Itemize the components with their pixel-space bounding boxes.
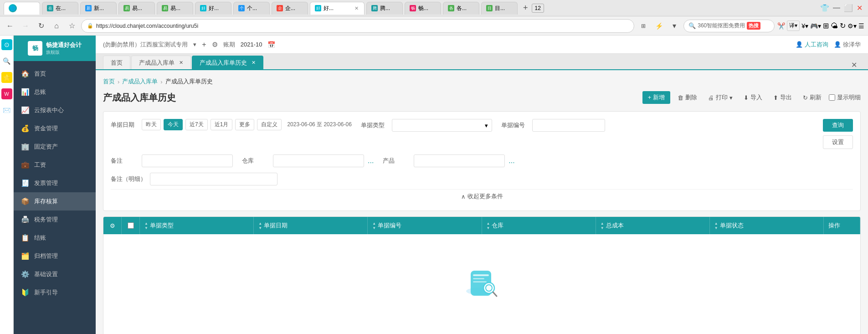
ai-consult-button[interactable]: 👤 人工咨询: [796, 41, 828, 49]
th-checkbox[interactable]: [122, 217, 140, 234]
sidebar-item-inventory[interactable]: 📦 库存核算: [14, 192, 96, 211]
tab-qi[interactable]: 企 企...: [272, 2, 308, 15]
th-date[interactable]: ▲ ▼ 单据日期: [254, 217, 368, 234]
warehouse-dots-button[interactable]: ...: [368, 157, 374, 165]
breadcrumb-home[interactable]: 首页: [103, 77, 115, 86]
extensions-button[interactable]: ⊞: [637, 20, 650, 32]
game-icon[interactable]: 🎮▾: [810, 22, 821, 30]
sidebar-item-archive[interactable]: 🗂️ 归档管理: [14, 247, 96, 265]
page-tab-list-close[interactable]: ✕: [179, 60, 183, 66]
tab-yi1[interactable]: 易 易...: [118, 2, 155, 15]
th-warehouse[interactable]: ▲ ▼ 仓库: [482, 217, 596, 234]
page-tab-list[interactable]: 产成品入库单 ✕: [131, 56, 191, 69]
tab-yi2[interactable]: 易 易...: [157, 2, 193, 15]
bookmark-button[interactable]: ☆: [66, 20, 78, 32]
warehouse-filter-input[interactable]: [273, 154, 364, 167]
th-settings[interactable]: ⚙: [103, 217, 122, 234]
tab-hao-active[interactable]: 好 好... ✕: [310, 2, 365, 15]
theme-icon[interactable]: 🌤: [831, 22, 838, 30]
new-tab-button[interactable]: +: [521, 3, 530, 13]
sidebar-item-fund[interactable]: 💰 资金管理: [14, 119, 96, 138]
tab-new[interactable]: 新 新...: [80, 2, 117, 15]
page-tab-home[interactable]: 首页: [103, 56, 130, 69]
sidebar-item-close-account[interactable]: 📋 结账: [14, 229, 96, 247]
number-filter-input[interactable]: [532, 119, 605, 132]
tab-count[interactable]: 12: [532, 4, 544, 13]
page-tab-history-close[interactable]: ✕: [252, 60, 256, 66]
sidebar-item-home[interactable]: 🏠 首页: [14, 65, 96, 83]
forward-button[interactable]: →: [19, 20, 32, 32]
grid-icon[interactable]: ⊞: [823, 21, 829, 30]
icon-sidebar-app[interactable]: ⊙: [1, 39, 12, 50]
sidebar-item-cloud-report[interactable]: 📈 云报表中心: [14, 101, 96, 119]
product-dots-button[interactable]: ...: [508, 157, 514, 165]
sidebar-item-general-ledger[interactable]: 📊 总账: [14, 83, 96, 101]
minimize-button[interactable]: —: [833, 4, 840, 12]
sidebar-item-beginner[interactable]: 🔰 新手引导: [14, 283, 96, 302]
date-btn-custom[interactable]: 自定义: [257, 119, 282, 130]
panel-close-button[interactable]: ✕: [851, 61, 857, 69]
sidebar-item-fixed-assets[interactable]: 🏢 固定资产: [14, 138, 96, 156]
select-all-checkbox[interactable]: [128, 222, 134, 229]
close-window-button[interactable]: ✕: [857, 4, 863, 12]
date-btn-7days[interactable]: 近7天: [185, 119, 208, 130]
icon-sidebar-star[interactable]: ⭐: [1, 72, 12, 83]
delete-button[interactable]: 🗑 删除: [674, 92, 701, 103]
print-button[interactable]: 🖨 打印 ▾: [704, 92, 736, 103]
tab-ge[interactable]: 个 个...: [233, 2, 270, 15]
note-detail-filter-input[interactable]: [150, 173, 277, 185]
lightning-button[interactable]: ⚡: [652, 20, 665, 32]
th-type[interactable]: ▲ ▼ 单据类型: [140, 217, 254, 234]
export-button[interactable]: ⬆ 导出: [770, 92, 796, 103]
address-input[interactable]: 🔒 https://cloud.chanjet.com/accounting/u…: [81, 19, 634, 33]
user-button[interactable]: 👤 徐泽华: [834, 41, 861, 49]
icon-sidebar-search[interactable]: 🔍: [1, 56, 12, 67]
add-account-button[interactable]: +: [202, 41, 206, 49]
tab-chang[interactable]: 畅 畅...: [405, 2, 441, 15]
back-button[interactable]: ←: [4, 20, 16, 32]
menu-icon[interactable]: ☰: [858, 22, 864, 30]
th-status[interactable]: ▲ ▼ 单据状态: [710, 217, 824, 234]
query-button[interactable]: 查询: [823, 119, 853, 132]
maximize-button[interactable]: ⬜: [844, 4, 853, 12]
settings-icon[interactable]: ⚙▾: [847, 22, 857, 30]
tab-mu[interactable]: 目 目...: [481, 2, 518, 15]
note-filter-input[interactable]: [142, 154, 233, 167]
search-box[interactable]: 🔍 360智能抠图免费用 热搜: [683, 20, 775, 32]
date-btn-yesterday[interactable]: 昨天: [142, 119, 161, 130]
refresh-data-button[interactable]: ↻ 刷新: [799, 92, 825, 103]
icon-sidebar-weibo[interactable]: W: [1, 88, 12, 99]
translate-icon[interactable]: 译▾: [787, 21, 800, 31]
tab-zaizai[interactable]: 在 在...: [42, 2, 78, 15]
account-dropdown-icon[interactable]: ▾: [193, 41, 196, 48]
period-calendar-icon[interactable]: 📅: [267, 41, 275, 48]
import-button[interactable]: ⬇ 导入: [740, 92, 766, 103]
breadcrumb-list[interactable]: 产成品入库单: [122, 77, 158, 86]
tab-close-active[interactable]: ✕: [354, 5, 360, 11]
collapse-button[interactable]: ∧ 收起更多条件: [111, 189, 853, 203]
th-number[interactable]: ▲ ▼ 单据编号: [368, 217, 482, 234]
sidebar-item-invoice[interactable]: 🧾 发票管理: [14, 174, 96, 192]
home-button[interactable]: ⌂: [50, 20, 63, 32]
currency-icon[interactable]: ¥▾: [801, 22, 808, 30]
add-button[interactable]: + 新增: [642, 91, 670, 104]
tab-hao1[interactable]: 好 好...: [195, 2, 231, 15]
sidebar-item-payroll[interactable]: 💼 工资: [14, 156, 96, 174]
date-btn-more[interactable]: 更多: [235, 119, 254, 130]
page-tab-history[interactable]: 产成品入库单历史 ✕: [192, 56, 263, 69]
shirt-icon[interactable]: 👕: [820, 4, 829, 12]
scissors-icon[interactable]: ✂️: [777, 22, 785, 30]
sidebar-item-settings[interactable]: ⚙️ 基础设置: [14, 265, 96, 283]
date-btn-1month[interactable]: 近1月: [211, 119, 233, 130]
tab-teng[interactable]: 腾 腾...: [366, 2, 403, 15]
type-select[interactable]: ▾: [392, 119, 492, 132]
th-cost[interactable]: ▲ ▼ 总成本: [596, 217, 710, 234]
product-filter-input[interactable]: [414, 154, 505, 167]
settings-account-button[interactable]: ⚙: [212, 41, 218, 49]
dropdown-button[interactable]: ▾: [668, 20, 681, 32]
sidebar-item-tax[interactable]: 🖨️ 税务管理: [14, 211, 96, 229]
refresh-button[interactable]: ↻: [35, 20, 47, 32]
tab-ge2[interactable]: 各 各...: [443, 2, 479, 15]
set-button[interactable]: 设置: [823, 135, 853, 149]
sync-icon[interactable]: ↻: [840, 21, 846, 30]
